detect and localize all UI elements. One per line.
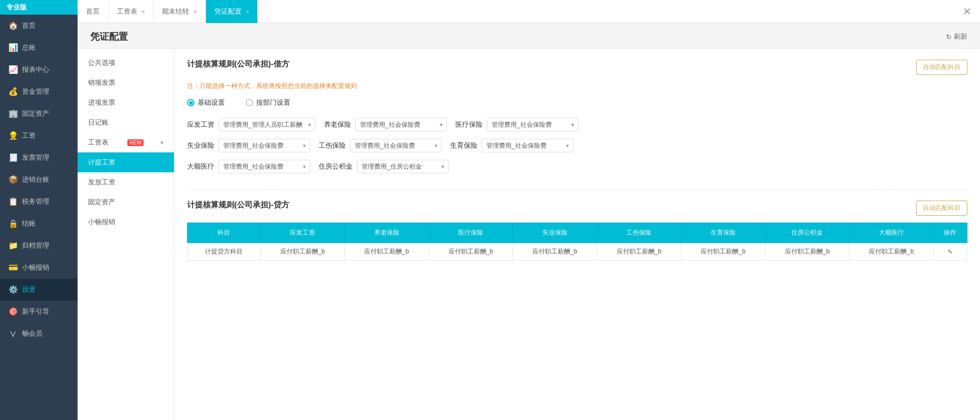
field-group-zhufang: 住房公积金 管理费用_住房公积金 — [319, 160, 449, 173]
sidebar-item-xiaochang[interactable]: 💳 小畅报销 — [0, 257, 78, 279]
field-group-gongshang: 工伤保险 管理费用_社会保险费 — [319, 139, 442, 152]
closing-icon: 🔒 — [8, 219, 18, 228]
sidebar-label-purchase: 进销台账 — [22, 175, 49, 184]
select-shengyu[interactable]: 管理费用_社会保险费 — [482, 139, 573, 152]
report-icon: 📈 — [8, 65, 18, 74]
sidebar-item-salary[interactable]: 👷 工资 — [0, 125, 78, 147]
left-nav-public[interactable]: 公共选项 — [78, 53, 174, 73]
sidebar-label-member: 畅会员 — [22, 329, 42, 338]
section-debit: 计提核算规则(公司承担)-借方 自动匹配科目 注：只能选择一种方式，系统将按照您… — [187, 59, 967, 173]
field-group-yiliao: 医疗保险 管理费用_社会保险费 — [455, 118, 579, 131]
sidebar-item-archive[interactable]: 📁 归档管理 — [0, 235, 78, 257]
radio-basic-label: 基础设置 — [198, 98, 225, 107]
sidebar-item-assets[interactable]: 🏢 固定资产 — [0, 103, 78, 125]
th-shengyu: 生育保险 — [681, 223, 766, 243]
sidebar-item-member[interactable]: V 畅会员 — [0, 323, 78, 345]
field-row-1: 应发工资 管理费用_管理人员职工薪酬 养老保险 管理费用_社会保险费 — [187, 118, 967, 131]
td-row-yanglao: 应付职工薪酬_b — [345, 243, 429, 261]
left-nav-calc-salary[interactable]: 计提工资 — [78, 152, 174, 172]
select-yanglao[interactable]: 管理费用_社会保险费 — [355, 118, 447, 131]
left-nav-xiaochang-exp[interactable]: 小畅报销 — [78, 212, 174, 232]
left-nav-fixed-assets[interactable]: 固定资产 — [78, 192, 174, 212]
assets-icon: 🏢 — [8, 109, 18, 118]
sidebar-item-ledger[interactable]: 📊 总账 — [0, 37, 78, 59]
sidebar-item-invoice[interactable]: 🧾 发票管理 — [0, 147, 78, 169]
select-wrapper-shengyu: 管理费用_社会保险费 — [482, 139, 573, 152]
edit-icon[interactable]: ✎ — [948, 248, 953, 256]
select-yiliao[interactable]: 管理费用_社会保险费 — [487, 118, 579, 131]
left-nav-journal[interactable]: 日记账 — [78, 113, 174, 132]
sidebar-label-home: 首页 — [22, 21, 36, 30]
app-edition: 专业版 — [0, 0, 78, 15]
sidebar-label-settings: 设置 — [22, 285, 36, 294]
td-row-action[interactable]: ✎ — [933, 243, 967, 261]
select-wrapper-yiliao: 管理费用_社会保险费 — [487, 118, 579, 131]
td-row-zhufang: 应付职工薪酬_b — [765, 243, 850, 261]
refresh-label: 刷新 — [954, 32, 967, 41]
th-zhufang: 住房公积金 — [765, 223, 850, 243]
radio-dept-label: 按部门设置 — [256, 98, 290, 107]
radio-basic[interactable]: 基础设置 — [187, 98, 225, 107]
sidebar-item-guide[interactable]: 🎯 新手引导 — [0, 301, 78, 323]
tab-voucher-close[interactable]: × — [246, 8, 249, 15]
content-area: 公共选项 销项发票 进项发票 日记账 工资表 NEW ▾ 计提工资 发放工资 — [78, 49, 980, 420]
td-row-shengyu: 应付职工薪酬_b — [681, 243, 766, 261]
select-wrapper-gongshang: 管理费用_社会保险费 — [350, 139, 442, 152]
tab-payroll-close[interactable]: × — [141, 8, 145, 15]
capital-icon: 💰 — [8, 87, 18, 96]
section-credit-title: 计提核算规则(公司承担)-贷方 — [187, 200, 289, 210]
label-yanglao: 养老保险 — [324, 120, 351, 129]
home-icon: 🏠 — [8, 21, 18, 30]
tab-payroll[interactable]: 工资表 × — [108, 0, 154, 23]
td-row-shiye: 应付职工薪酬_b — [513, 243, 597, 261]
tab-period-close[interactable]: × — [193, 8, 197, 15]
select-gongshang[interactable]: 管理费用_社会保险费 — [350, 139, 442, 152]
th-yingfa: 应发工资 — [260, 223, 345, 243]
sidebar-item-tax[interactable]: 📋 税务管理 — [0, 191, 78, 213]
auto-match-debit-button[interactable]: 自动匹配科目 — [916, 60, 967, 75]
sidebar-label-archive: 归档管理 — [22, 241, 49, 250]
left-nav-pay-salary[interactable]: 发放工资 — [78, 172, 174, 192]
section-divider — [187, 189, 967, 190]
label-zhufang: 住房公积金 — [319, 162, 353, 171]
th-yiliao: 医疗保险 — [429, 223, 513, 243]
td-row-subject: 计提贷方科目 — [188, 243, 261, 261]
archive-icon: 📁 — [8, 241, 18, 250]
left-nav-purchase-invoice[interactable]: 进项发票 — [78, 93, 174, 113]
left-nav-sales-invoice[interactable]: 销项发票 — [78, 73, 174, 93]
new-badge: NEW — [127, 139, 144, 146]
select-shiye[interactable]: 管理费用_社会保险费 — [219, 139, 310, 152]
th-yanglao: 养老保险 — [345, 223, 429, 243]
select-zhufang[interactable]: 管理费用_住房公积金 — [357, 160, 449, 173]
field-group-yanglao: 养老保险 管理费用_社会保险费 — [324, 118, 447, 131]
select-daeyiliao[interactable]: 管理费用_社会保险费 — [219, 160, 310, 173]
tab-period[interactable]: 期末结转 × — [154, 0, 205, 23]
settings-icon: ⚙️ — [8, 285, 18, 294]
radio-department[interactable]: 按部门设置 — [246, 98, 290, 107]
close-window-btn[interactable]: ✕ — [954, 5, 980, 18]
main-area: 首页 工资表 × 期末结转 × 凭证配置 × ✕ 凭证配置 ↻ 刷新 公共选项 — [78, 0, 980, 420]
field-group-shiye: 失业保险 管理费用_社会保险费 — [187, 139, 310, 152]
sidebar-label-tax: 税务管理 — [22, 197, 49, 206]
table-header-row: 科目 应发工资 养老保险 医疗保险 失业保险 工伤保险 生育保险 住房公积金 大… — [188, 223, 967, 243]
sidebar-item-purchase[interactable]: 📦 进销台账 — [0, 169, 78, 191]
section-debit-header: 计提核算规则(公司承担)-借方 自动匹配科目 — [187, 59, 967, 75]
radio-dept-circle — [246, 99, 253, 106]
auto-match-credit-button[interactable]: 自动匹配科目 — [916, 201, 967, 216]
expand-icon: ▾ — [160, 139, 164, 146]
sidebar-item-home[interactable]: 🏠 首页 — [0, 15, 78, 37]
tab-home[interactable]: 首页 — [78, 0, 108, 23]
tab-voucher[interactable]: 凭证配置 × — [206, 0, 258, 23]
select-wrapper-daeyiliao: 管理费用_社会保险费 — [219, 160, 310, 173]
sidebar-item-report[interactable]: 📈 报表中心 — [0, 59, 78, 81]
sidebar-item-capital[interactable]: 💰 资金管理 — [0, 81, 78, 103]
sidebar-item-settings[interactable]: ⚙️ 设置 — [0, 279, 78, 301]
select-wrapper-yanglao: 管理费用_社会保险费 — [355, 118, 447, 131]
refresh-button[interactable]: ↻ 刷新 — [946, 32, 967, 41]
sidebar-item-closing[interactable]: 🔒 结账 — [0, 213, 78, 235]
th-shiye: 失业保险 — [513, 223, 597, 243]
radio-basic-circle — [187, 99, 194, 106]
member-icon: V — [8, 329, 18, 338]
left-nav-payroll-table[interactable]: 工资表 NEW ▾ — [78, 132, 174, 152]
select-yingfa[interactable]: 管理费用_管理人员职工薪酬 — [219, 118, 315, 131]
